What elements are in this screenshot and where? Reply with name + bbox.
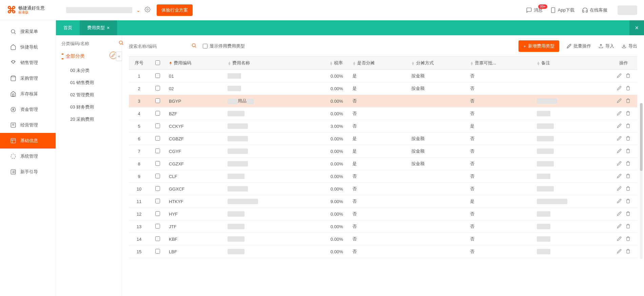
- category-item[interactable]: 00 未分类: [70, 64, 116, 77]
- sidebar-item-funds[interactable]: 资金管理: [0, 102, 56, 117]
- batch-action-link[interactable]: 批量操作: [567, 43, 591, 49]
- row-checkbox[interactable]: [155, 123, 160, 128]
- table-row[interactable]: 13JTF0.00%否否: [129, 220, 637, 233]
- sidebar-item-purchase[interactable]: 采购管理: [0, 71, 56, 86]
- category-item[interactable]: 03 财务费用: [70, 101, 116, 113]
- scrollbar-thumb[interactable]: [640, 103, 643, 171]
- table-row[interactable]: 3BGYP用品0.00%否否: [129, 95, 637, 107]
- delete-icon[interactable]: [626, 224, 630, 230]
- delete-icon[interactable]: [626, 161, 630, 167]
- delete-icon[interactable]: [626, 111, 630, 117]
- search-icon[interactable]: [191, 43, 197, 50]
- table-row[interactable]: 7CGYF0.00%是按金额否: [129, 145, 637, 158]
- app-download-link[interactable]: App下载: [550, 7, 574, 13]
- delete-icon[interactable]: [626, 249, 630, 255]
- export-link[interactable]: 导出: [622, 43, 637, 49]
- row-checkbox[interactable]: [155, 211, 160, 216]
- tab-expense-type[interactable]: 费用类型×: [80, 20, 117, 35]
- category-item[interactable]: 01 销售费用: [70, 77, 116, 89]
- edit-icon[interactable]: [617, 236, 622, 242]
- edit-icon[interactable]: [617, 211, 622, 217]
- col-share[interactable]: ▲▼是否分摊: [350, 57, 408, 70]
- sidebar-item-system[interactable]: 系统管理: [0, 149, 56, 164]
- edit-icon[interactable]: [617, 186, 622, 192]
- edit-icon[interactable]: [617, 73, 622, 79]
- col-method[interactable]: ▲▼分摊方式: [409, 57, 467, 70]
- delete-icon[interactable]: [626, 136, 630, 142]
- scrollbar[interactable]: [640, 103, 643, 259]
- select-all-checkbox[interactable]: [155, 60, 160, 65]
- edit-icon[interactable]: [617, 136, 622, 142]
- table-row[interactable]: 6CGBZF0.00%是按金额否: [129, 133, 637, 145]
- delete-icon[interactable]: [626, 149, 630, 154]
- table-row[interactable]: 12HYF0.00%否否: [129, 208, 637, 220]
- delete-icon[interactable]: [626, 236, 630, 242]
- delete-icon[interactable]: [626, 199, 630, 204]
- col-rate[interactable]: ▲▼税率: [301, 57, 350, 70]
- delete-icon[interactable]: [626, 174, 630, 179]
- table-row[interactable]: 11HTKYF9.00%否是: [129, 195, 637, 208]
- row-checkbox[interactable]: [155, 149, 160, 153]
- tab-home[interactable]: 首页: [56, 20, 80, 35]
- delete-icon[interactable]: [626, 211, 630, 217]
- sidebar-item-guide[interactable]: 新新手引导: [0, 164, 56, 180]
- sidebar-item-operation[interactable]: 经营管理: [0, 117, 56, 133]
- edit-icon[interactable]: [617, 86, 622, 92]
- checkbox[interactable]: [203, 44, 208, 48]
- row-checkbox[interactable]: [155, 111, 160, 116]
- avatar[interactable]: [618, 5, 637, 15]
- row-checkbox[interactable]: [155, 224, 160, 229]
- delete-icon[interactable]: [626, 73, 630, 79]
- row-checkbox[interactable]: [155, 249, 160, 254]
- table-row[interactable]: 4BZF0.00%否否: [129, 107, 637, 120]
- import-link[interactable]: 导入: [599, 43, 614, 49]
- table-row[interactable]: 14KBF0.00%否否: [129, 233, 637, 245]
- col-checkbox[interactable]: [149, 57, 166, 70]
- table-search-input[interactable]: [129, 44, 191, 49]
- tab-bar-close-icon[interactable]: ×: [629, 20, 644, 35]
- category-search-input[interactable]: [61, 41, 118, 46]
- sidebar-item-sales[interactable]: 销售管理: [0, 55, 56, 71]
- edit-icon[interactable]: [617, 249, 622, 255]
- edit-icon[interactable]: [617, 199, 622, 204]
- col-invoice[interactable]: ▲▼普票可抵...: [467, 57, 534, 70]
- edit-icon[interactable]: [617, 98, 622, 104]
- org-selector[interactable]: ⌄: [66, 6, 157, 14]
- row-checkbox[interactable]: [155, 136, 160, 141]
- category-item[interactable]: 02 管理费用: [70, 89, 116, 101]
- category-item[interactable]: 20 采购费用: [70, 113, 116, 125]
- edit-icon[interactable]: [617, 149, 622, 154]
- delete-icon[interactable]: [626, 86, 630, 92]
- show-disabled-checkbox[interactable]: 显示停用费用类型: [203, 43, 245, 49]
- col-remark[interactable]: ▲▼备注: [534, 57, 610, 70]
- row-checkbox[interactable]: [155, 161, 160, 166]
- row-checkbox[interactable]: [155, 236, 160, 241]
- category-all[interactable]: ▪▪▪▪ 全部分类: [61, 52, 116, 61]
- table-row[interactable]: 8CGZXF0.00%是按金额否: [129, 158, 637, 170]
- add-expense-type-button[interactable]: +新增费用类型: [519, 40, 559, 52]
- edit-icon[interactable]: [617, 224, 622, 230]
- col-name[interactable]: ▲▼费用名称: [225, 57, 301, 70]
- table-row[interactable]: 2020.00%是按金额否: [129, 82, 637, 95]
- experience-button[interactable]: 体验行业方案: [157, 4, 193, 16]
- row-checkbox[interactable]: [155, 174, 160, 178]
- sidebar-item-quicknav[interactable]: 快捷导航: [0, 39, 56, 55]
- delete-icon[interactable]: [626, 123, 630, 129]
- close-icon[interactable]: ×: [107, 25, 110, 31]
- row-checkbox[interactable]: [155, 98, 160, 103]
- edit-icon[interactable]: [617, 161, 622, 167]
- edit-icon[interactable]: [617, 123, 622, 129]
- messages-link[interactable]: 消息 99+: [526, 7, 543, 13]
- table-row[interactable]: 1010.00%是按金额否: [129, 70, 637, 82]
- collapse-panel-icon[interactable]: «: [116, 52, 122, 61]
- customer-service-link[interactable]: 在线客服: [582, 7, 607, 13]
- row-checkbox[interactable]: [155, 73, 160, 78]
- row-checkbox[interactable]: [155, 186, 160, 191]
- delete-icon[interactable]: [626, 98, 630, 104]
- table-row[interactable]: 5CCKYF3.00%否是: [129, 120, 637, 133]
- col-index[interactable]: 序号: [129, 57, 149, 70]
- edit-icon[interactable]: [617, 111, 622, 117]
- sidebar-item-basedata[interactable]: 基础信息: [0, 133, 56, 149]
- table-row[interactable]: 15LBF0.00%否否: [129, 245, 637, 258]
- delete-icon[interactable]: [626, 186, 630, 192]
